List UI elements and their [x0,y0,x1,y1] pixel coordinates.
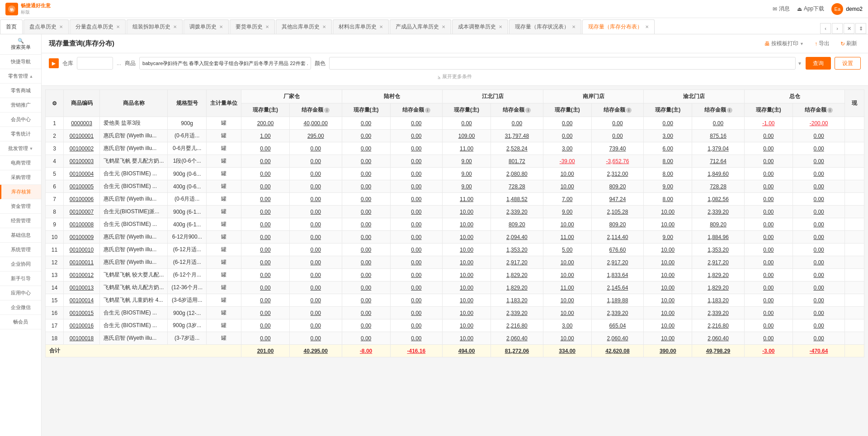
tab-home-label: 首页 [6,23,17,31]
tab-cost-adjust[interactable]: 成本调整单历史 ✕ [452,19,508,34]
tab-material-out[interactable]: 材料出库单历史 ✕ [333,19,389,34]
close-icon[interactable]: ✕ [499,24,502,29]
close-icon[interactable]: ✕ [572,24,576,29]
cell-more [845,332,864,345]
cell-ybmd-amt: 1,829.20 [692,269,745,281]
tab-order[interactable]: 要货单历史 ✕ [230,19,275,34]
tab-stock-dist[interactable]: 现存量（库存分布表） ✕ [582,19,655,34]
filter-expand-btn[interactable]: ► [49,58,59,68]
refresh-btn[interactable]: ↻ 刷新 [837,38,861,49]
tab-assemble[interactable]: 组装拆卸单历史 ✕ [127,19,183,34]
cell-no: 12 [46,256,64,269]
tab-home[interactable]: 首页 [0,19,23,34]
cell-zc-amt: 0.00 [793,332,845,345]
cell-namd-qty: 10.00 [543,307,591,319]
close-icon[interactable]: ✕ [59,24,63,29]
info-icon[interactable]: i [324,108,330,113]
cell-cjc-amt: 295.00 [289,130,342,142]
table-container[interactable]: ⚙ 商品编码 商品名称 规格型号 主计量单位 厂家仓 陆村仓 江北门店 南岸门店… [42,86,868,436]
sidebar-item-marketing[interactable]: 营销推广 [0,98,41,113]
sidebar-item-wholesale[interactable]: 批发管理 ▼ [0,141,41,156]
cell-jbmd-amt: 0.00 [491,117,543,130]
sidebar-item-retail-mgmt[interactable]: 零售管理 ▲ [0,69,41,84]
search-btn[interactable]: 查询 [806,57,831,70]
cell-jbmd-amt: 801.72 [491,155,543,168]
cell-cjc-qty: 0.00 [241,307,290,319]
chevron-down-icon: ⦥ [438,74,440,80]
tab-stock-single[interactable]: 盘点单历史 ✕ [24,19,69,34]
cell-jbmd-qty: 10.00 [443,332,491,345]
info-icon[interactable]: i [626,108,632,113]
sidebar-item-basic[interactable]: 基础信息 [0,228,41,243]
setting-btn[interactable]: 设置 [835,57,861,70]
info-icon[interactable]: i [727,108,732,113]
close-icon[interactable]: ✕ [219,24,223,29]
cell-cjc-amt: 0.00 [289,307,342,319]
color-input[interactable] [329,57,796,70]
sidebar-search[interactable]: 🔍 搜索英单 [0,34,41,55]
sidebar-item-retail-shop[interactable]: 零售商城 [0,84,41,98]
tab-close-all-btn[interactable]: ✕ [844,23,854,34]
cell-code: 00100004 [64,168,100,180]
col-header-lcc: 陆村仓 [342,90,443,103]
sidebar-item-apps[interactable]: 应用中心 [0,286,41,300]
info-icon[interactable]: i [525,108,531,113]
close-icon[interactable]: ✕ [173,24,177,29]
sidebar-item-enterprise[interactable]: 企业协同 [0,257,41,272]
tab-prev-btn[interactable]: ‹ [820,23,831,34]
sidebar-item-vip[interactable]: 畅会员 [0,315,41,329]
sidebar-item-wechat[interactable]: 企业微信 [0,300,41,315]
cell-jbmd-amt: 1,829.20 [491,269,543,281]
tab-stock-single2[interactable]: 分量盘点单历史 ✕ [70,19,126,34]
cell-ybmd-amt: 1,379.04 [692,142,745,155]
print-btn[interactable]: 🖶 按模板打印 ▼ [761,38,807,49]
close-icon[interactable]: ✕ [322,24,326,29]
tab-stock-status[interactable]: 现存量（库存状况表） ✕ [509,19,581,34]
tab-next-btn[interactable]: › [832,23,843,34]
cell-jbmd-amt: 2,917.20 [491,256,543,269]
export-btn[interactable]: ↑ 导出 [811,38,833,49]
cell-namd-qty: 10.00 [543,256,591,269]
close-icon[interactable]: ✕ [116,24,120,29]
sidebar-item-inventory[interactable]: 库存核算 [0,185,41,199]
sidebar-item-ecommerce[interactable]: 电商管理 [0,156,41,170]
goods-input[interactable] [139,57,311,70]
settings-icon[interactable]: ⚙ [52,100,57,107]
sidebar-item-retail-stat[interactable]: 零售统计 [0,127,41,141]
tab-transfer[interactable]: 调拨单历史 ✕ [184,19,229,34]
cell-namd-qty: 10.00 [543,180,591,193]
info-icon[interactable]: i [425,108,430,113]
avatar: Ea [831,3,843,15]
tab-expand-btn[interactable]: ⇕ [855,23,866,34]
expand-conditions-btn[interactable]: ⦥ 展开更多条件 [49,71,861,82]
sidebar-item-member[interactable]: 会员中心 [0,113,41,127]
close-icon[interactable]: ✕ [265,24,269,29]
warehouse-input[interactable] [77,57,113,70]
close-icon[interactable]: ✕ [442,24,445,29]
close-icon[interactable]: ✕ [645,24,649,29]
cell-zc-amt: 0.00 [793,130,845,142]
cell-namd-qty: 11.00 [543,231,591,244]
sidebar-item-finance[interactable]: 资金管理 [0,199,41,214]
cell-cjc-amt: 0.00 [289,206,342,218]
cell-name: 爱他美 盐萃3段 [100,117,168,130]
app-download-btn[interactable]: ⏏ App下载 [797,5,824,13]
tab-product-in[interactable]: 产成品入库单历史 ✕ [390,19,451,34]
cell-zc-amt: 0.00 [793,168,845,180]
sidebar-item-operation[interactable]: 经营管理 [0,214,41,228]
sidebar-item-shortcut[interactable]: 快捷导航 [0,55,41,69]
user-area[interactable]: Ea demo2 [831,3,863,15]
sidebar-item-guide[interactable]: 新手引导 [0,272,41,286]
cell-namd-amt: 947.24 [591,193,644,206]
close-icon[interactable]: ✕ [379,24,383,29]
cell-unit: 罐 [207,117,241,130]
cell-ybmd-amt: 1,829.20 [692,281,745,294]
sidebar-item-purchase[interactable]: 采购管理 [0,170,41,185]
info-icon[interactable]: i [827,108,833,113]
sidebar-item-system[interactable]: 系统管理 [0,243,41,257]
tab-other-out[interactable]: 其他出库单历史 ✕ [276,19,332,34]
table-row: 6 00100005 合生元 (BIOSTIME) ... 400g (0-6.… [46,180,864,193]
col-header-namd-qty: 现存量(主) [543,103,591,117]
cell-more [845,218,864,231]
message-btn[interactable]: ✉ 消息 [773,5,790,13]
